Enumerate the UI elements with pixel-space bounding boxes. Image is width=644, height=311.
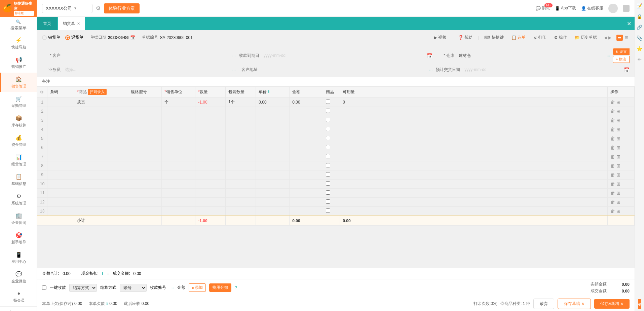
addr-more-icon[interactable]: ···	[429, 68, 432, 72]
toolbar-help-btn[interactable]: ❓ 帮助	[456, 34, 475, 41]
row-unit[interactable]	[162, 107, 195, 116]
gift-checkbox[interactable]	[326, 100, 330, 104]
gift-checkbox[interactable]	[326, 136, 330, 140]
gift-checkbox[interactable]	[326, 109, 330, 113]
settings-btn[interactable]: ⊕ 设置	[613, 48, 630, 55]
barcode-input[interactable]	[50, 100, 71, 105]
payment-add-btn[interactable]: ● 添加	[189, 283, 206, 292]
copy-row-icon[interactable]: ⊞	[616, 199, 620, 205]
delete-row-icon[interactable]: 🗑	[610, 172, 615, 178]
settings-icon[interactable]: ⚙	[96, 5, 101, 11]
row-amount[interactable]: 0.00	[290, 98, 323, 107]
sidebar-item-marketing[interactable]: 📢 营销推广	[0, 53, 37, 73]
delete-row-icon[interactable]: 🗑	[610, 190, 615, 196]
sidebar-search[interactable]: 🔍 搜索菜单	[0, 17, 37, 34]
row-barcode[interactable]	[47, 107, 74, 116]
toolbar-history-btn[interactable]: 📂 历史单据	[572, 34, 599, 41]
toolbar-video-btn[interactable]: ▶ 视频	[432, 34, 448, 41]
row-gift[interactable]	[323, 98, 340, 107]
one-click-payment-checkbox[interactable]	[42, 285, 46, 290]
notes-input[interactable]	[55, 79, 630, 84]
scan-btn[interactable]: 扫码录入	[88, 89, 107, 95]
customer-input[interactable]	[63, 52, 229, 59]
table-gear-icon[interactable]: ⚙	[40, 90, 44, 94]
expense-split-btn[interactable]: 费用分摊	[209, 283, 231, 292]
logistics-btn[interactable]: + 物流	[613, 56, 630, 63]
delete-row-icon[interactable]: 🗑	[610, 109, 615, 114]
gift-checkbox[interactable]	[326, 154, 330, 158]
expense-help-icon[interactable]: ?	[235, 285, 237, 290]
gift-checkbox[interactable]	[326, 181, 330, 186]
sidebar-item-inventory[interactable]: 📦 库存核算	[0, 112, 37, 131]
row-unit[interactable]: 个	[162, 98, 195, 107]
view-list-icon[interactable]: ☰	[616, 35, 623, 41]
payment-account-select[interactable]: 账号	[120, 284, 147, 292]
company-selector[interactable]: XXXXXX公司 ▼	[42, 4, 92, 13]
sidebar-item-apps[interactable]: 📱 应用中心	[0, 248, 37, 268]
panel-attach-icon[interactable]: 📎	[635, 34, 644, 42]
copy-row-icon[interactable]: ⊞	[616, 145, 620, 150]
staff-input[interactable]	[63, 66, 229, 73]
delete-row-icon[interactable]: 🗑	[610, 136, 615, 141]
sidebar-item-purchase[interactable]: 🛒 采购管理	[0, 92, 37, 112]
payment-method-select[interactable]: 结算方式	[69, 284, 97, 292]
sidebar-item-wechat[interactable]: 💬 企业微信	[0, 268, 37, 287]
delete-row-icon[interactable]: 🗑	[610, 100, 615, 105]
row-product[interactable]	[74, 107, 128, 116]
gift-checkbox[interactable]	[326, 190, 330, 195]
toolbar-operate-btn[interactable]: ⚙ 操作	[552, 34, 569, 41]
copy-row-icon[interactable]: ⊞	[616, 118, 620, 123]
payment-account-more-icon[interactable]: ···	[171, 285, 174, 290]
delete-row-icon[interactable]: 🗑	[610, 127, 615, 132]
delete-row-icon[interactable]: 🗑	[610, 163, 615, 168]
gift-checkbox[interactable]	[326, 145, 330, 149]
panel-note-icon[interactable]: 📝	[635, 2, 644, 10]
copy-row-icon[interactable]: ⊞	[616, 154, 620, 159]
panel-orange-btn[interactable]: ⊕	[638, 299, 641, 309]
row-barcode[interactable]	[47, 98, 74, 107]
order-num-value[interactable]: SA-20230606-001	[160, 35, 192, 40]
row-qty[interactable]	[195, 107, 226, 116]
copy-row-icon[interactable]: ⊞	[616, 181, 620, 187]
avatar2[interactable]	[623, 5, 630, 12]
staff-more-icon[interactable]: ···	[232, 68, 236, 72]
sidebar-item-member[interactable]: ♦ 畅会员	[0, 287, 37, 306]
receive-date-input[interactable]	[262, 52, 424, 59]
delete-row-icon[interactable]: 🗑	[610, 154, 615, 159]
sidebar-item-sales[interactable]: 🏠 销售管理	[0, 73, 37, 92]
copy-row-icon[interactable]: ⊞	[616, 163, 620, 168]
discount-help-icon[interactable]: ℹ	[102, 271, 104, 276]
gift-checkbox[interactable]	[326, 118, 330, 122]
sidebar-item-finance[interactable]: 💰 资金管理	[0, 131, 37, 151]
copy-row-icon[interactable]: ⊞	[616, 136, 620, 141]
view-grid-icon[interactable]: ⊞	[623, 35, 630, 41]
receive-date-calendar-icon[interactable]: 📅	[427, 53, 432, 59]
save-new-btn[interactable]: 保存&新增 ∧	[594, 299, 630, 309]
delete-row-icon[interactable]: 🗑	[610, 118, 615, 123]
avatar[interactable]	[608, 4, 618, 13]
debt-help-icon[interactable]: ℹ	[106, 301, 108, 306]
expected-date-input[interactable]	[463, 66, 621, 73]
app-download-btn[interactable]: 📱 App下载	[555, 5, 576, 11]
date-value[interactable]: 2023-06-06	[108, 35, 128, 40]
tab-home[interactable]: 首页	[37, 17, 57, 30]
panel-edit-icon[interactable]: ✏	[636, 55, 643, 64]
row-spec[interactable]	[128, 107, 162, 116]
row-pack-qty[interactable]: 1个	[226, 98, 256, 107]
expected-date-calendar-icon[interactable]: 📅	[624, 67, 630, 73]
panel-link-icon[interactable]: 🔗	[635, 23, 644, 31]
copy-row-icon[interactable]: ⊞	[616, 208, 620, 214]
row-pack-qty[interactable]	[226, 107, 256, 116]
row-amount[interactable]	[290, 107, 323, 116]
customer-addr-input[interactable]	[260, 66, 426, 73]
row-spec[interactable]	[128, 98, 162, 107]
toolbar-choose-btn[interactable]: 📋 选单	[509, 34, 528, 41]
save-draft-btn[interactable]: 保存草稿 ∧	[558, 299, 591, 309]
gift-checkbox[interactable]	[326, 163, 330, 167]
customer-more-icon[interactable]: ···	[232, 53, 236, 58]
gift-checkbox[interactable]	[326, 127, 330, 131]
sidebar-settings-icon[interactable]: ⚙	[8, 309, 13, 311]
toolbar-shortcut-btn[interactable]: ⌨ 快捷键	[482, 34, 506, 41]
radio-sales-order[interactable]: 销货单	[42, 35, 60, 40]
row-product[interactable]: 拨贡	[74, 98, 128, 107]
